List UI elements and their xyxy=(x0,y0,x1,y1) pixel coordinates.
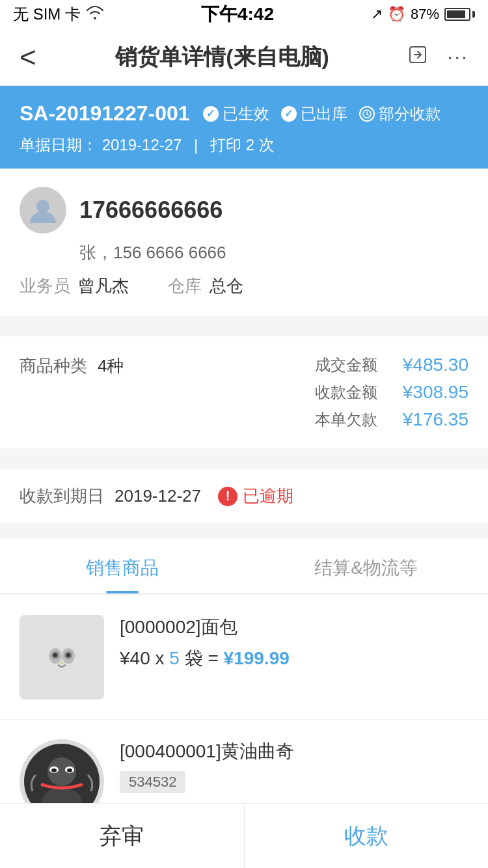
product-code-2: [000400001] xyxy=(120,741,221,761)
svg-point-2 xyxy=(36,200,49,213)
tab-settlement[interactable]: 结算&物流等 xyxy=(244,539,488,593)
received-value: ¥308.95 xyxy=(390,382,468,403)
wifi-icon xyxy=(86,5,104,23)
divider-3 xyxy=(0,528,488,539)
unit-val-1: 袋 xyxy=(185,648,203,668)
share-icon[interactable] xyxy=(408,45,427,69)
customer-section: 17666666666 张，156 6666 6666 业务员 曾凡杰 仓库 总… xyxy=(0,169,488,316)
debt-value: ¥176.35 xyxy=(390,409,468,430)
salesperson-label: 业务员 xyxy=(20,275,70,297)
badge-effective-label: 已生效 xyxy=(223,103,269,124)
meta-print: 打印 2 次 xyxy=(210,136,275,154)
nav-bar: < 销货单详情(来自电脑) ··· xyxy=(0,29,488,86)
due-date-label: 收款到期日 xyxy=(20,485,104,508)
status-right: ↗ ⏰ 87% xyxy=(371,6,475,23)
product-title-1: 面包 xyxy=(201,617,237,637)
received-row: 收款金额 ¥308.95 xyxy=(315,382,468,403)
due-date-value: 2019-12-27 xyxy=(115,486,201,506)
tab-sales-label: 销售商品 xyxy=(86,558,159,578)
warehouse-value: 总仓 xyxy=(210,275,243,297)
tab-settlement-label: 结算&物流等 xyxy=(314,558,418,578)
received-label: 收款金额 xyxy=(315,382,377,403)
svg-point-17 xyxy=(67,768,72,772)
order-banner: SA-20191227-001 ✓ 已生效 ✓ 已出库 部分收款 xyxy=(0,86,488,169)
more-icon[interactable]: ··· xyxy=(447,45,468,69)
meta-date-value: 2019-12-27 xyxy=(102,136,182,154)
clock-icon xyxy=(359,106,375,122)
badge-shipped-label: 已出库 xyxy=(301,103,347,124)
tabs-section: 销售商品 结算&物流等 xyxy=(0,539,488,594)
divider-1 xyxy=(0,326,488,336)
debt-row: 本单欠款 ¥176.35 xyxy=(315,409,468,430)
meta-separator: | xyxy=(194,136,198,154)
product-type-value: 4种 xyxy=(98,355,124,377)
amount-label: 成交金额 xyxy=(315,355,377,375)
status-bar: 无 SIM 卡 下午4:42 ↗ ⏰ 87% xyxy=(0,0,488,29)
price-val-1: ¥40 xyxy=(120,648,150,668)
badge-partial-label: 部分收款 xyxy=(379,103,441,124)
amount-row: 成交金额 ¥485.30 xyxy=(315,355,468,375)
svg-point-9 xyxy=(66,653,70,657)
product-info-1: [0000002]面包 ¥40 x 5 袋 = ¥199.99 xyxy=(120,615,468,671)
alarm-icon: ⏰ xyxy=(388,6,405,23)
due-section: 收款到期日 2019-12-27 ! 已逾期 xyxy=(0,469,488,523)
product-title-2: 黄油曲奇 xyxy=(221,741,294,761)
customer-sub: 张，156 6666 6666 xyxy=(20,241,468,264)
price-x-1: x xyxy=(156,648,170,668)
confirm-button[interactable]: 收款 xyxy=(245,804,489,868)
price-eq-1: = xyxy=(208,648,223,668)
stats-section: 商品种类 4种 成交金额 ¥485.30 收款金额 ¥308.95 本单欠款 ¥… xyxy=(0,336,488,448)
customer-info: 业务员 曾凡杰 仓库 总仓 xyxy=(20,275,468,297)
svg-point-8 xyxy=(53,653,57,657)
order-number: SA-20191227-001 xyxy=(20,102,190,126)
carrier-label: 无 SIM 卡 xyxy=(13,4,81,25)
battery-percent: 87% xyxy=(411,6,439,23)
customer-top: 17666666666 xyxy=(20,187,468,234)
check-icon-1: ✓ xyxy=(203,106,219,122)
product-tag-2: 534532 xyxy=(120,771,185,793)
amount-value: ¥485.30 xyxy=(390,355,468,375)
cancel-label: 弃审 xyxy=(100,821,144,851)
status-badges: ✓ 已生效 ✓ 已出库 部分收款 xyxy=(203,103,441,124)
badge-shipped: ✓ 已出库 xyxy=(281,103,347,124)
battery-icon xyxy=(444,8,475,21)
product-code-1: [0000002] xyxy=(120,617,201,637)
order-banner-top: SA-20191227-001 ✓ 已生效 ✓ 已出库 部分收款 xyxy=(20,102,468,126)
check-icon-2: ✓ xyxy=(281,106,297,122)
location-icon: ↗ xyxy=(371,6,383,23)
cancel-button[interactable]: 弃审 xyxy=(0,804,245,868)
salesperson-info: 业务员 曾凡杰 xyxy=(20,275,129,297)
back-button[interactable]: < xyxy=(20,41,36,74)
product-type-label: 商品种类 xyxy=(20,355,87,377)
overdue-text: 已逾期 xyxy=(243,485,293,508)
warehouse-info: 仓库 总仓 xyxy=(168,275,243,297)
order-meta: 单据日期： 2019-12-27 | 打印 2 次 xyxy=(20,135,468,156)
product-image-1 xyxy=(20,615,104,699)
avatar xyxy=(20,187,66,234)
table-row: [0000002]面包 ¥40 x 5 袋 = ¥199.99 xyxy=(0,595,488,720)
status-time: 下午4:42 xyxy=(201,2,274,27)
bottom-bar: 弃审 收款 xyxy=(0,803,488,868)
debt-label: 本单欠款 xyxy=(315,409,377,430)
meta-date-label: 单据日期： xyxy=(20,136,98,154)
warehouse-label: 仓库 xyxy=(168,275,202,297)
badge-effective: ✓ 已生效 xyxy=(203,103,269,124)
badge-partial: 部分收款 xyxy=(359,103,441,124)
svg-point-16 xyxy=(51,768,57,772)
status-left: 无 SIM 卡 xyxy=(13,4,104,25)
customer-name: 17666666666 xyxy=(79,197,223,224)
tab-sales-products[interactable]: 销售商品 xyxy=(0,539,244,593)
page-title: 销货单详情(来自电脑) xyxy=(115,42,329,72)
salesperson-value: 曾凡杰 xyxy=(78,275,129,297)
total-val-1: ¥199.99 xyxy=(224,648,290,668)
overdue-badge: ! 已逾期 xyxy=(218,485,293,508)
nav-actions: ··· xyxy=(408,45,468,69)
stats-left: 商品种类 4种 xyxy=(20,355,124,377)
product-name-2: [000400001]黄油曲奇 xyxy=(120,739,468,764)
product-name-1: [0000002]面包 xyxy=(120,615,468,640)
confirm-label: 收款 xyxy=(344,821,388,851)
product-price-1: ¥40 x 5 袋 = ¥199.99 xyxy=(120,646,468,671)
svg-point-3 xyxy=(37,632,87,682)
overdue-icon: ! xyxy=(218,487,237,506)
divider-2 xyxy=(0,459,488,469)
